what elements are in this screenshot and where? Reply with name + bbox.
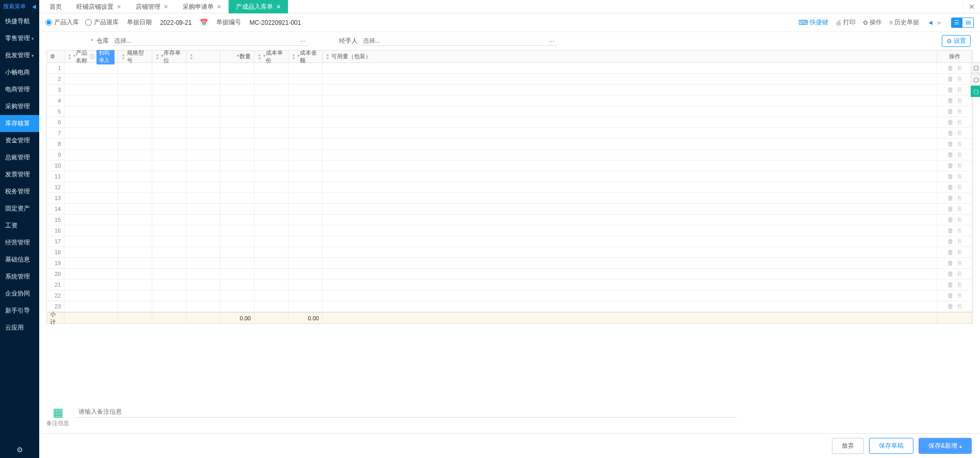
cell-qty[interactable] (220, 225, 254, 236)
sidebar-item-6[interactable]: 库存核算 (0, 115, 39, 132)
cell-qty[interactable] (220, 182, 254, 192)
cell-unit[interactable] (152, 128, 186, 138)
cell-avail[interactable] (323, 74, 937, 84)
cell-spec[interactable] (118, 117, 152, 127)
cell-unit[interactable] (152, 85, 186, 95)
cell-spec[interactable] (118, 85, 152, 95)
abandon-button[interactable]: 放弃 (832, 438, 864, 454)
cell-cost-amt[interactable] (288, 128, 323, 138)
copy-icon[interactable]: ⎘ (958, 205, 961, 212)
cell-qty[interactable] (220, 193, 254, 203)
cell-cost-amt[interactable] (288, 301, 323, 312)
sidebar-item-5[interactable]: 采购管理 (0, 98, 39, 115)
cell-unit[interactable] (152, 139, 186, 149)
cell-avail[interactable] (323, 269, 937, 279)
tab-0[interactable]: 首页 (42, 0, 69, 13)
copy-icon[interactable]: ⎘ (958, 216, 961, 223)
cell-qty[interactable] (220, 204, 254, 214)
delete-icon[interactable]: 🗑 (947, 173, 954, 180)
sidebar-item-0[interactable]: 快捷导航 (0, 13, 39, 30)
cell-empty[interactable] (186, 139, 220, 149)
cell-avail[interactable] (323, 139, 937, 149)
cell-product[interactable] (65, 225, 118, 236)
prev-icon[interactable]: ◀ (926, 18, 935, 28)
copy-icon[interactable]: ⎘ (958, 194, 961, 202)
cell-avail[interactable] (323, 63, 937, 73)
save-draft-button[interactable]: 保存草稿 (869, 438, 913, 454)
cell-spec[interactable] (118, 301, 152, 312)
cell-cost-amt[interactable] (288, 117, 323, 127)
cell-cost-price[interactable] (254, 269, 288, 279)
cell-qty[interactable] (220, 301, 254, 312)
cell-cost-price[interactable] (254, 225, 288, 236)
cell-cost-amt[interactable] (288, 171, 323, 182)
copy-icon[interactable]: ⎘ (958, 238, 961, 245)
delete-icon[interactable]: 🗑 (947, 292, 954, 299)
copy-icon[interactable]: ⎘ (958, 119, 961, 126)
sidebar-item-12[interactable]: 工资 (0, 217, 39, 234)
cell-avail[interactable] (323, 301, 937, 312)
table-row[interactable]: 17🗑⎘ (47, 236, 972, 247)
cell-unit[interactable] (152, 215, 186, 225)
cell-product[interactable] (65, 247, 118, 257)
cell-spec[interactable] (118, 269, 152, 279)
cell-empty[interactable] (186, 171, 220, 182)
copy-icon[interactable]: ⎘ (958, 281, 961, 288)
cell-cost-price[interactable] (254, 204, 288, 214)
cell-unit[interactable] (152, 74, 186, 84)
cell-cost-price[interactable] (254, 193, 288, 203)
cell-empty[interactable] (186, 290, 220, 301)
cell-product[interactable] (65, 236, 118, 247)
cell-spec[interactable] (118, 204, 152, 214)
cell-empty[interactable] (186, 193, 220, 203)
sidebar-item-2[interactable]: 批发管理▾ (0, 47, 39, 64)
cell-product[interactable] (65, 128, 118, 138)
col-empty[interactable]: ▲▼ (186, 51, 220, 62)
cell-cost-price[interactable] (254, 150, 288, 160)
cell-product[interactable] (65, 117, 118, 127)
cell-product[interactable] (65, 150, 118, 160)
cell-unit[interactable] (152, 290, 186, 301)
col-unit[interactable]: ▲▼*库存单位 (152, 51, 186, 62)
cell-unit[interactable] (152, 117, 186, 127)
cell-cost-price[interactable] (254, 160, 288, 171)
cell-cost-price[interactable] (254, 95, 288, 106)
delete-icon[interactable]: 🗑 (947, 75, 954, 83)
cell-avail[interactable] (323, 85, 937, 95)
cell-avail[interactable] (323, 215, 937, 225)
cell-avail[interactable] (323, 128, 937, 138)
table-row[interactable]: 10🗑⎘ (47, 160, 972, 171)
cell-empty[interactable] (186, 117, 220, 127)
cell-cost-amt[interactable] (288, 106, 323, 117)
col-spec[interactable]: ▲▼规格型号 (118, 51, 152, 62)
cell-cost-amt[interactable] (288, 280, 323, 290)
cell-product[interactable] (65, 280, 118, 290)
delete-icon[interactable]: 🗑 (947, 64, 954, 72)
cell-product[interactable] (65, 290, 118, 301)
radio-stock-in[interactable]: 产品入库 (45, 18, 79, 27)
cell-avail[interactable] (323, 258, 937, 268)
save-new-button[interactable]: 保存&新增▴ (919, 438, 972, 454)
cell-unit[interactable] (152, 301, 186, 312)
copy-icon[interactable]: ⎘ (958, 270, 961, 277)
cell-cost-amt[interactable] (288, 269, 323, 279)
cell-unit[interactable] (152, 63, 186, 73)
delete-icon[interactable]: 🗑 (947, 227, 954, 234)
sidebar-item-4[interactable]: 电商管理 (0, 81, 39, 98)
cell-qty[interactable] (220, 290, 254, 301)
cell-spec[interactable] (118, 247, 152, 257)
delete-icon[interactable]: 🗑 (947, 108, 954, 115)
cell-spec[interactable] (118, 139, 152, 149)
cell-spec[interactable] (118, 128, 152, 138)
cell-qty[interactable] (220, 258, 254, 268)
cell-avail[interactable] (323, 204, 937, 214)
cell-avail[interactable] (323, 182, 937, 192)
cell-cost-price[interactable] (254, 128, 288, 138)
cell-spec[interactable] (118, 160, 152, 171)
cell-avail[interactable] (323, 225, 937, 236)
delete-icon[interactable]: 🗑 (947, 270, 954, 277)
cell-qty[interactable] (220, 85, 254, 95)
cell-unit[interactable] (152, 236, 186, 247)
copy-icon[interactable]: ⎘ (958, 249, 961, 256)
table-row[interactable]: 3🗑⎘ (47, 85, 972, 95)
